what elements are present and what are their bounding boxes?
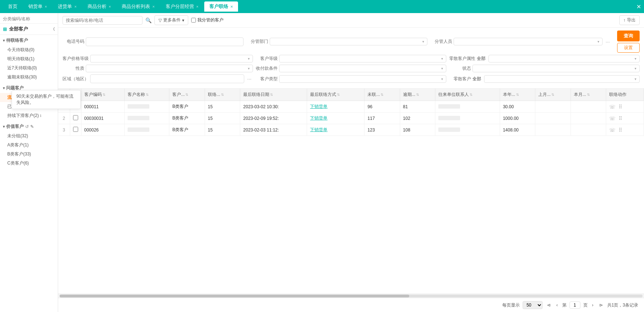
tab-home[interactable]: 首页 <box>3 1 23 12</box>
chevron-down-icon10: ▾ <box>441 77 443 81</box>
row-type-1: B类客户 <box>169 101 205 113</box>
page-number-input[interactable] <box>569 301 580 309</box>
phone-label: 电话号码 <box>63 39 84 45</box>
my-customers-checkbox-label[interactable]: 我分管的客户 <box>191 17 224 23</box>
sort-contact[interactable]: 联络... ⇅ <box>208 92 237 98</box>
manager-more-btn[interactable]: ··· <box>604 39 611 45</box>
row-uncontacted-3: 123 <box>365 124 400 136</box>
tab-close-purchase[interactable]: × <box>74 4 76 9</box>
sidebar-item-today[interactable]: 今天待联络(0) <box>0 45 58 54</box>
tab-customer-layered[interactable]: 客户分层经营 × <box>161 1 204 12</box>
horizontal-scrollbar[interactable] <box>58 293 644 298</box>
tab-close-contact[interactable]: × <box>230 4 233 9</box>
tab-close-analysis-list[interactable]: × <box>152 4 154 9</box>
tab-product-analysis[interactable]: 商品分析 × <box>82 1 116 12</box>
filter-group-manager: 分管人员 ▾ ··· <box>430 38 611 45</box>
last-way-link-1[interactable]: 下销货单 <box>310 104 327 109</box>
row-code-3: 000026 <box>81 124 125 136</box>
sort-icon-code: ⇅ <box>102 93 105 97</box>
edit-icon[interactable]: ✎ <box>30 124 34 129</box>
zero-cust-select[interactable]: ▾ <box>484 75 640 83</box>
page-size-select[interactable]: 50 100 200 <box>523 301 543 309</box>
cust-level-select[interactable]: ▾ <box>279 55 446 62</box>
sidebar-item-class-b[interactable]: B类客户(33) <box>0 150 58 159</box>
last-page-btn[interactable]: ⊳ <box>598 302 604 308</box>
more-filters-btn[interactable]: ▽ 更多条件 ▾ <box>154 15 188 25</box>
sidebar-item-class-c[interactable]: C类客户(6) <box>0 159 58 168</box>
filter-group-region: 区域（地区） ··· <box>63 74 253 83</box>
cust-type-select[interactable]: ▾ <box>279 75 446 83</box>
row-select-2[interactable] <box>73 115 78 120</box>
arrow-down-icon: ▾ <box>3 39 5 42</box>
th-contact: 联络... ⇅ <box>205 89 240 101</box>
export-btn[interactable]: ↑ 导出 <box>619 15 640 25</box>
tab-close-analysis[interactable]: × <box>109 4 111 9</box>
tab-sales-order[interactable]: 销货单 × <box>23 1 52 12</box>
tab-product-analysis-list[interactable]: 商品分析列表 × <box>117 1 160 12</box>
settings-btn[interactable]: 设置 <box>617 43 640 53</box>
tab-close-sales[interactable]: × <box>45 4 47 9</box>
sort-this-month[interactable]: 本月... ⇅ <box>574 92 603 98</box>
sort-type[interactable]: 客户... ⇅ <box>172 92 201 98</box>
sort-last-month[interactable]: 上月... ⇅ <box>538 92 567 98</box>
action-chat-3[interactable]: ☏ <box>609 127 616 133</box>
action-chat-1[interactable]: ☏ <box>609 104 616 110</box>
my-customers-checkbox[interactable] <box>191 18 196 23</box>
action-chat-2[interactable]: ☏ <box>609 116 616 121</box>
sort-name[interactable]: 客户名称 ⇅ <box>128 92 166 98</box>
action-more-1[interactable]: ⠿ <box>619 104 622 110</box>
all-customers-header[interactable]: ⊞ 全部客户 《 <box>0 24 58 35</box>
status-select[interactable]: ▾ <box>472 65 640 72</box>
dept-select[interactable]: ▾ <box>270 38 427 45</box>
sort-last-way[interactable]: 最后联络方式 ⇅ <box>310 92 361 98</box>
tab-purchase-order[interactable]: 进货单 × <box>53 1 81 12</box>
section-value-title[interactable]: ▾ 价值客户 ↺ ✎ <box>0 122 58 131</box>
next-page-btn[interactable]: › <box>591 302 595 308</box>
sort-icon-type: ⇅ <box>185 93 188 97</box>
section-pending: ▾ 待联络客户 今天待联络(0) 明天待联络(1) 近7天待联络(0) 逾期未联… <box>0 35 58 82</box>
sidebar-item-ungrouped[interactable]: 未分组(32) <box>0 131 58 141</box>
sort-code[interactable]: 客户编码 ⇅ <box>84 92 122 98</box>
sort-this-year[interactable]: 本年... ⇅ <box>503 92 532 98</box>
last-way-link-3[interactable]: 下销货单 <box>310 127 327 132</box>
nature-select[interactable]: ▾ <box>86 65 253 72</box>
sort-icon-last-date: ⇅ <box>270 93 273 97</box>
zero-attr-select[interactable]: ▾ <box>488 55 640 62</box>
manager-select[interactable]: ▾ <box>454 38 603 45</box>
sidebar-item-overdue[interactable]: 逾期未联络(30) <box>0 73 58 82</box>
sort-overdue[interactable]: 逾期... ⇅ <box>403 92 432 98</box>
action-more-3[interactable]: ⠿ <box>619 127 622 133</box>
sidebar-search-input[interactable] <box>3 16 57 21</box>
filter-row-4: 区域（地区） ··· 客户类型 ▾ 零散客户 全部 ▾ <box>63 74 640 83</box>
row-select-3[interactable] <box>73 127 78 132</box>
scroll-track <box>60 295 643 297</box>
section-pending-title[interactable]: ▾ 待联络客户 <box>0 36 58 45</box>
phone-input[interactable] <box>86 37 243 46</box>
prev-page-btn[interactable]: ‹ <box>555 302 559 308</box>
tab-close-layered[interactable]: × <box>196 4 198 9</box>
query-btn[interactable]: 查询 <box>617 31 640 41</box>
region-input[interactable] <box>90 74 244 83</box>
sidebar-item-tomorrow[interactable]: 明天待联络(1) <box>0 54 58 64</box>
sort-contacts[interactable]: 往来单位联系人 ⇅ <box>438 92 496 98</box>
refresh-icon[interactable]: ↺ <box>25 124 29 129</box>
search-btn[interactable]: 🔍 <box>145 17 152 23</box>
advanced-filter: 电话号码 分管部门 ▾ 分管人员 ▾ ··· <box>58 28 644 89</box>
price-level-select[interactable]: ▾ <box>90 55 253 62</box>
window-close-btn[interactable]: ✕ <box>636 3 641 10</box>
sort-uncontacted[interactable]: 未联... ⇅ <box>367 92 397 98</box>
region-more-btn[interactable]: ··· <box>246 76 253 82</box>
tab-customer-contact[interactable]: 客户联络 × <box>204 1 238 12</box>
payment-select[interactable]: ▾ <box>279 65 446 72</box>
sort-last-date[interactable]: 最后联络日期 ⇅ <box>243 92 304 98</box>
th-contacts: 往来单位联系人 ⇅ <box>435 89 500 101</box>
action-more-2[interactable]: ⠿ <box>619 116 622 121</box>
chevron-down-icon11: ▾ <box>635 77 636 81</box>
last-way-link-2[interactable]: 下销货单 <box>310 116 327 121</box>
sidebar-item-declining[interactable]: 持续下滑客户(2) ℹ <box>0 111 58 120</box>
region-label: 区域（地区） <box>63 76 89 82</box>
search-input[interactable] <box>63 16 142 25</box>
first-page-btn[interactable]: ⊲ <box>546 302 552 308</box>
sidebar-item-7days[interactable]: 近7天待联络(0) <box>0 64 58 73</box>
sidebar-item-class-a[interactable]: A类客户(1) <box>0 141 58 150</box>
